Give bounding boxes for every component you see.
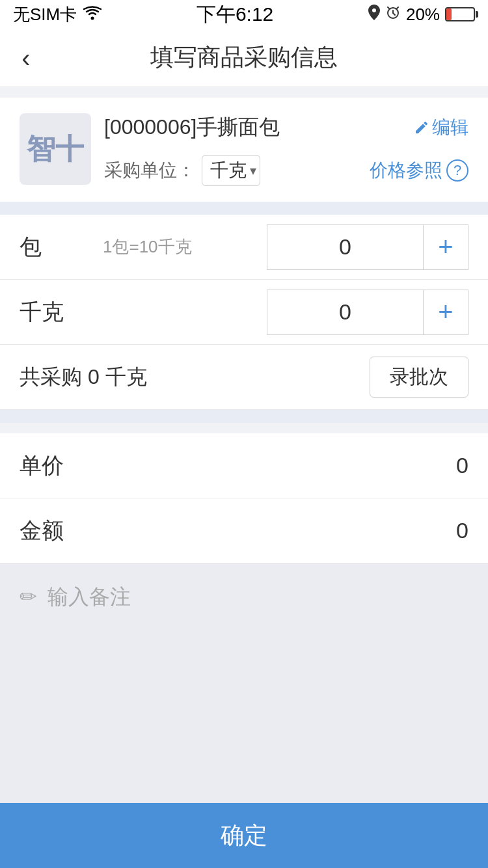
total-unit-value: 千克 (105, 365, 147, 388)
status-bar: 无SIM卡 下午6:12 20% (0, 0, 488, 29)
record-batch-button[interactable]: 录批次 (370, 357, 468, 398)
unit-price-value: 0 (456, 453, 468, 478)
unit-select-container[interactable]: 千克 (202, 155, 260, 186)
price-section: 单价 0 金额 0 (0, 433, 488, 563)
battery-percentage: 20% (406, 5, 440, 25)
unit-row: 采购单位： 千克 价格参照 ? (104, 155, 468, 186)
product-name-row: [0000006]手撕面包 编辑 (104, 113, 468, 142)
kg-quantity-input[interactable] (267, 290, 423, 335)
back-arrow-icon: ‹ (21, 45, 30, 71)
section-divider-2 (0, 410, 488, 423)
page-title: 填写商品采购信息 (150, 42, 338, 74)
product-image: 智十 (20, 113, 91, 185)
total-label: 共采购 (20, 365, 82, 388)
battery-icon (445, 7, 475, 21)
edit-label: 编辑 (432, 115, 468, 140)
bag-plus-button[interactable]: + (423, 224, 468, 270)
product-info: [0000006]手撕面包 编辑 采购单位： 千克 价格参照 ? (104, 113, 468, 186)
kg-plus-button[interactable]: + (423, 290, 468, 335)
svg-point-0 (91, 16, 94, 20)
total-row: 共采购 0 千克 录批次 (0, 345, 488, 410)
edit-button[interactable]: 编辑 (414, 115, 468, 140)
status-time: 下午6:12 (197, 1, 273, 28)
total-text: 共采购 0 千克 (20, 363, 147, 392)
bag-label: 包 (20, 232, 98, 262)
section-divider-1 (0, 202, 488, 215)
total-amount-value: 0 (88, 365, 100, 388)
unit-price-row: 单价 0 (0, 433, 488, 498)
notes-placeholder: 输入备注 (47, 583, 131, 612)
unit-select[interactable]: 千克 (202, 155, 260, 186)
location-icon (368, 5, 380, 25)
price-ref-label: 价格参照 (370, 158, 442, 183)
input-section: 包 1包=10千克 + 千克 + 共采购 0 千克 录批次 (0, 215, 488, 410)
carrier-text: 无SIM卡 (13, 3, 77, 26)
product-name: [0000006]手撕面包 (104, 113, 280, 142)
wifi-icon (83, 5, 102, 25)
price-ref-question-icon: ? (446, 159, 468, 182)
product-logo: 智十 (27, 130, 84, 169)
amount-row: 金额 0 (0, 498, 488, 563)
kg-input-right: + (267, 290, 468, 335)
back-button[interactable]: ‹ (0, 29, 52, 87)
alarm-icon (385, 5, 401, 25)
status-right: 20% (368, 5, 475, 25)
confirm-button[interactable]: 确定 (0, 803, 488, 868)
edit-icon (414, 120, 429, 135)
bag-input-right: + (267, 224, 468, 270)
kg-label: 千克 (20, 297, 98, 327)
status-left: 无SIM卡 (13, 3, 102, 26)
product-card: 智十 [0000006]手撕面包 编辑 采购单位： 千克 价格参照 ? (0, 98, 488, 202)
kg-input-row: 千克 + (0, 280, 488, 345)
price-ref-button[interactable]: 价格参照 ? (370, 158, 468, 183)
bag-input-row: 包 1包=10千克 + (0, 215, 488, 280)
notes-section[interactable]: ✏ 输入备注 (0, 563, 488, 642)
unit-price-label: 单价 (20, 451, 64, 481)
nav-bar: ‹ 填写商品采购信息 (0, 29, 488, 87)
confirm-label: 确定 (221, 820, 267, 852)
pencil-icon: ✏ (20, 584, 37, 609)
amount-value: 0 (456, 518, 468, 543)
bag-sublabel: 1包=10千克 (103, 236, 192, 258)
unit-label: 采购单位： 千克 (104, 155, 260, 186)
amount-label: 金额 (20, 516, 64, 546)
bag-quantity-input[interactable] (267, 224, 423, 270)
unit-label-text: 采购单位： (104, 158, 195, 183)
